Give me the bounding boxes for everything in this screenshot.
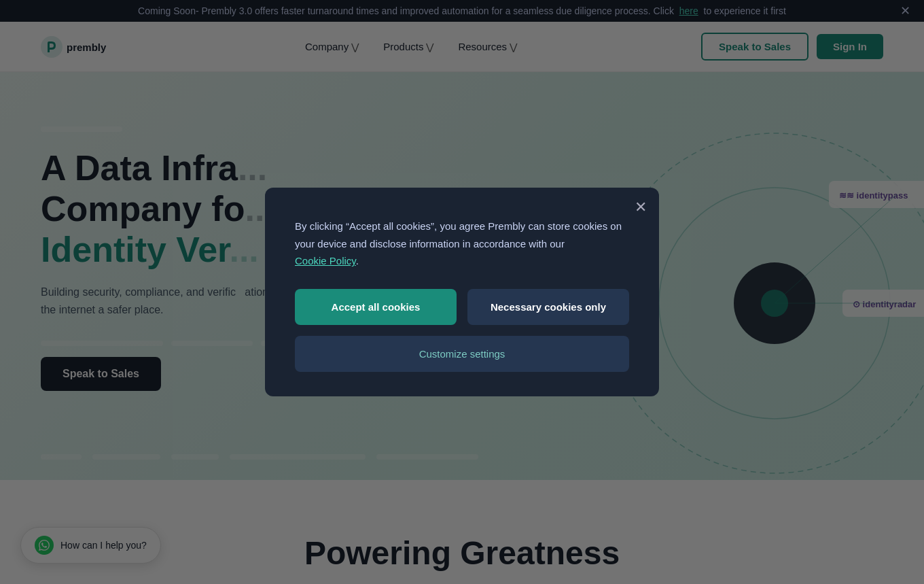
cookie-modal: ✕ By clicking “Accept all cookies”, you … (265, 188, 659, 396)
cookie-policy-link[interactable]: Cookie Policy (295, 255, 356, 267)
customize-settings-button[interactable]: Customize settings (295, 336, 629, 372)
modal-close-button[interactable]: ✕ (635, 200, 647, 215)
cookie-modal-text: By clicking “Accept all cookies”, you ag… (295, 218, 629, 270)
cookie-modal-buttons-row: Accept all cookies Necessary cookies onl… (295, 289, 629, 325)
cookie-modal-overlay: ✕ By clicking “Accept all cookies”, you … (0, 0, 924, 584)
accept-all-cookies-button[interactable]: Accept all cookies (295, 289, 457, 325)
necessary-cookies-only-button[interactable]: Necessary cookies only (467, 289, 629, 325)
